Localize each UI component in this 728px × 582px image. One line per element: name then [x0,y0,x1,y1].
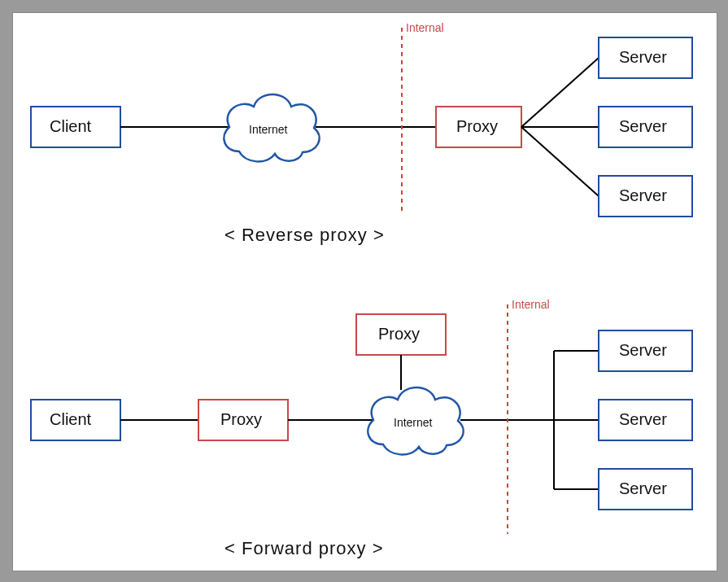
forward-proxy-left-label: Proxy [220,410,262,429]
forward-client-label: Client [50,410,91,429]
reverse-line-proxy-s1 [521,58,599,127]
reverse-server1-label: Server [619,48,667,67]
forward-proxy-top-label: Proxy [378,325,420,344]
reverse-server2-label: Server [619,117,667,136]
forward-server1-label: Server [619,341,667,360]
forward-internal-label: Internal [512,298,550,311]
diagram-canvas: Client Internet Proxy Server Server Serv… [12,12,717,571]
reverse-internet-label: Internet [249,123,287,136]
reverse-caption: < Reverse proxy > [225,225,385,246]
forward-internet-label: Internet [394,416,432,429]
diagram-svg [13,13,717,571]
forward-server3-label: Server [619,479,667,498]
forward-caption: < Forward proxy > [225,538,384,559]
forward-server2-label: Server [619,410,667,429]
reverse-internal-label: Internal [406,21,444,34]
reverse-line-proxy-s3 [521,127,599,196]
reverse-client-label: Client [50,117,91,136]
reverse-server3-label: Server [619,186,667,205]
reverse-proxy-label: Proxy [456,117,498,136]
